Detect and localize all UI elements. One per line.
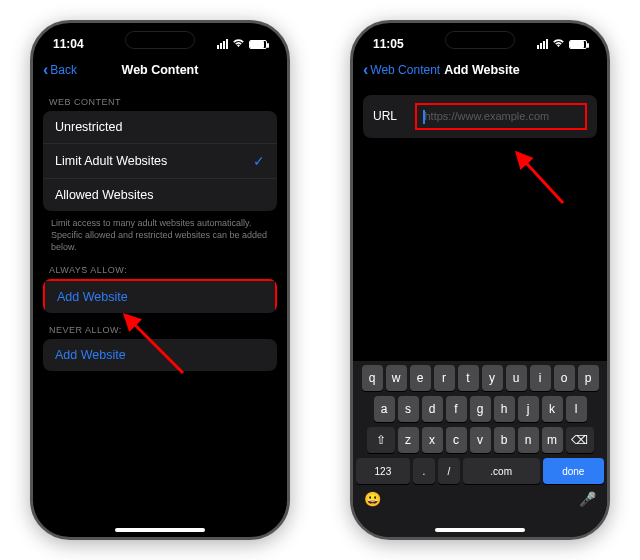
wifi-icon	[232, 38, 245, 50]
svg-line-1	[517, 153, 563, 203]
key-k[interactable]: k	[542, 396, 563, 422]
key-q[interactable]: q	[362, 365, 383, 391]
key-dotcom[interactable]: .com	[463, 458, 540, 484]
key-period[interactable]: .	[413, 458, 435, 484]
key-row-3: ⇧ z x c v b n m ⌫	[356, 427, 604, 453]
key-a[interactable]: a	[374, 396, 395, 422]
key-h[interactable]: h	[494, 396, 515, 422]
cellular-icon	[537, 39, 548, 49]
key-row-2: a s d f g h j k l	[356, 396, 604, 422]
phone-right-add-website: 11:05 ‹ Web Content Add Website URL q w …	[350, 20, 610, 540]
key-w[interactable]: w	[386, 365, 407, 391]
web-content-options: Unrestricted Limit Adult Websites ✓ Allo…	[43, 111, 277, 211]
key-s[interactable]: s	[398, 396, 419, 422]
key-o[interactable]: o	[554, 365, 575, 391]
notch	[125, 31, 195, 49]
back-label: Web Content	[370, 63, 440, 77]
status-time: 11:05	[373, 37, 404, 51]
key-n[interactable]: n	[518, 427, 539, 453]
key-t[interactable]: t	[458, 365, 479, 391]
option-limit-adult[interactable]: Limit Adult Websites ✓	[43, 144, 277, 179]
chevron-left-icon: ‹	[363, 62, 368, 78]
cellular-icon	[217, 39, 228, 49]
emoji-button[interactable]: 😀	[364, 491, 381, 507]
option-unrestricted[interactable]: Unrestricted	[43, 111, 277, 144]
key-b[interactable]: b	[494, 427, 515, 453]
annotation-arrow	[503, 143, 583, 223]
key-i[interactable]: i	[530, 365, 551, 391]
battery-icon	[569, 40, 587, 49]
key-l[interactable]: l	[566, 396, 587, 422]
home-indicator[interactable]	[115, 528, 205, 532]
mic-button[interactable]: 🎤	[579, 491, 596, 507]
key-v[interactable]: v	[470, 427, 491, 453]
key-x[interactable]: x	[422, 427, 443, 453]
key-r[interactable]: r	[434, 365, 455, 391]
key-f[interactable]: f	[446, 396, 467, 422]
section-footer: Limit access to many adult websites auto…	[33, 211, 287, 253]
key-g[interactable]: g	[470, 396, 491, 422]
always-allow-group: Add Website	[43, 279, 277, 313]
key-j[interactable]: j	[518, 396, 539, 422]
status-indicators	[537, 38, 587, 50]
page-title: Web Content	[33, 63, 287, 77]
wifi-icon	[552, 38, 565, 50]
key-shift[interactable]: ⇧	[367, 427, 395, 453]
nav-bar: ‹ Web Content Add Website	[353, 55, 607, 85]
option-allowed-websites[interactable]: Allowed Websites	[43, 179, 277, 211]
section-header-always-allow: ALWAYS ALLOW:	[33, 253, 287, 279]
add-website-never-allow[interactable]: Add Website	[43, 339, 277, 371]
back-button[interactable]: ‹ Web Content	[363, 62, 440, 78]
section-header-web-content: WEB CONTENT	[33, 85, 287, 111]
keyboard: q w e r t y u i o p a s d f g h j k l ⇧ …	[353, 361, 607, 537]
keyboard-bottom-row: 😀 🎤	[356, 489, 604, 507]
key-123[interactable]: 123	[356, 458, 410, 484]
key-z[interactable]: z	[398, 427, 419, 453]
key-m[interactable]: m	[542, 427, 563, 453]
never-allow-group: Add Website	[43, 339, 277, 371]
key-row-bottom: 123 . / .com done	[356, 458, 604, 484]
battery-icon	[249, 40, 267, 49]
status-time: 11:04	[53, 37, 84, 51]
key-c[interactable]: c	[446, 427, 467, 453]
key-p[interactable]: p	[578, 365, 599, 391]
key-row-1: q w e r t y u i o p	[356, 365, 604, 391]
phone-left-web-content: 11:04 ‹ Back Web Content WEB CONTENT Unr…	[30, 20, 290, 540]
url-label: URL	[373, 109, 403, 123]
key-u[interactable]: u	[506, 365, 527, 391]
key-slash[interactable]: /	[438, 458, 460, 484]
nav-bar: ‹ Back Web Content	[33, 55, 287, 85]
notch	[445, 31, 515, 49]
url-input[interactable]	[425, 110, 563, 122]
key-e[interactable]: e	[410, 365, 431, 391]
section-header-never-allow: NEVER ALLOW:	[33, 313, 287, 339]
key-y[interactable]: y	[482, 365, 503, 391]
key-delete[interactable]: ⌫	[566, 427, 594, 453]
key-done[interactable]: done	[543, 458, 604, 484]
checkmark-icon: ✓	[253, 153, 265, 169]
key-d[interactable]: d	[422, 396, 443, 422]
add-website-always-allow[interactable]: Add Website	[43, 279, 277, 313]
status-indicators	[217, 38, 267, 50]
url-row: URL	[363, 95, 597, 138]
page-title: Add Website	[444, 63, 519, 77]
home-indicator[interactable]	[435, 528, 525, 532]
url-input-highlight	[415, 103, 587, 130]
